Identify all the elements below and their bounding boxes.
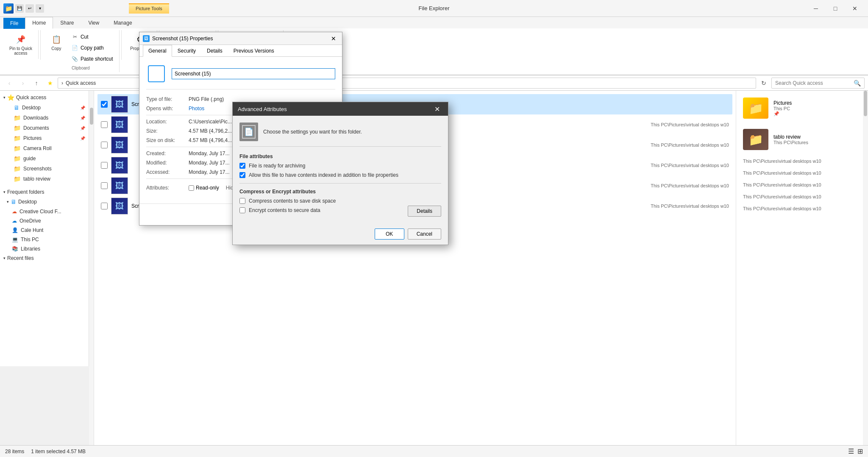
separator-1: [40, 30, 41, 60]
tab-general[interactable]: General: [143, 45, 172, 57]
advanced-attributes-dialog: Advanced Attributes ✕ 📄 Choose the setti…: [232, 102, 448, 245]
pictures-folder-info: Pictures This PC 📌: [773, 100, 792, 117]
type-label: Type of file:: [146, 96, 189, 102]
copy-path-button[interactable]: 📄 Copy path: [69, 43, 116, 53]
readonly-checkbox[interactable]: [189, 185, 194, 191]
tablo-folder-card[interactable]: 📁 tablo review This PC\Pictures: [740, 125, 860, 153]
file-checkbox-12[interactable]: [101, 162, 108, 169]
sidebar-item-cale-hunt[interactable]: 👤 Cale Hunt: [0, 226, 89, 235]
properties-tabs: General Security Details Previous Versio…: [139, 45, 342, 57]
cut-icon: ✂: [71, 33, 79, 41]
cut-button[interactable]: ✂ Cut: [69, 32, 116, 42]
details-button[interactable]: Details: [408, 206, 441, 217]
recent-files-label: Recent files: [7, 255, 34, 261]
save-button[interactable]: 💾: [15, 4, 24, 13]
advanced-header-text: Choose the settings you want for this fo…: [263, 129, 362, 135]
pin-button[interactable]: ★: [44, 77, 56, 89]
tab-home[interactable]: Home: [25, 17, 53, 29]
sidebar-item-tablo[interactable]: 📁 tablo review: [0, 174, 89, 184]
advanced-cancel-button[interactable]: Cancel: [408, 228, 441, 240]
tab-security[interactable]: Security: [172, 45, 201, 57]
downloads-folder-icon: 📁: [14, 114, 21, 121]
search-bar[interactable]: 🔍: [771, 78, 865, 89]
sidebar-item-onedrive[interactable]: ☁ OneDrive: [0, 216, 89, 226]
forward-button[interactable]: ›: [17, 77, 29, 89]
tab-manage[interactable]: Manage: [106, 17, 139, 29]
file-checkbox-11[interactable]: [101, 182, 108, 189]
sidebar-item-libraries[interactable]: 📚 Libraries: [0, 244, 89, 254]
compress-section: Compress contents to save disk space Enc…: [239, 198, 441, 217]
advanced-close-button[interactable]: ✕: [431, 103, 443, 115]
file-checkbox-13[interactable]: [101, 142, 108, 148]
pin-indicator-pictures: 📌: [80, 136, 85, 141]
index-label: Allow this file to have contents indexed…: [249, 172, 398, 178]
sidebar-pictures-label: Pictures: [23, 135, 42, 141]
undo-button[interactable]: ↩: [25, 4, 34, 13]
filename-input[interactable]: [172, 68, 335, 79]
size-label: Size:: [146, 128, 189, 134]
file-attributes-title: File attributes: [239, 153, 441, 159]
compress-checkbox[interactable]: [239, 198, 245, 204]
desktop-folder-icon: 🖥: [14, 104, 19, 111]
refresh-button[interactable]: ↻: [758, 77, 770, 89]
up-button[interactable]: ↑: [31, 77, 42, 89]
sidebar-frequent-folders[interactable]: ▾ Frequent folders: [0, 187, 89, 197]
desktop-section-label: Desktop: [18, 199, 37, 205]
tab-details[interactable]: Details: [201, 45, 228, 57]
advanced-ok-button[interactable]: OK: [375, 228, 404, 240]
properties-dialog-titlebar: 🖼 Screenshot (15) Properties ✕: [139, 32, 342, 45]
sidebar-recent-files[interactable]: ▾ Recent files: [0, 254, 89, 263]
sidebar-desktop-section[interactable]: ▾ 🖥 Desktop: [0, 197, 89, 207]
sidebar-item-desktop[interactable]: 🖥 Desktop 📌: [0, 103, 89, 113]
list-view-button[interactable]: ☰: [848, 447, 854, 455]
file-checkbox-14[interactable]: [101, 121, 108, 128]
search-input[interactable]: [775, 80, 852, 86]
advanced-footer: OK Cancel: [233, 223, 448, 245]
minimize-button[interactable]: ─: [806, 2, 826, 15]
sidebar-item-creative-cloud[interactable]: ☁ Creative Cloud F...: [0, 207, 89, 216]
tab-file[interactable]: File: [3, 18, 25, 29]
archive-checkbox[interactable]: [239, 163, 245, 169]
search-icon[interactable]: 🔍: [854, 80, 861, 86]
file-thumbnail-11: 🖼: [111, 177, 128, 194]
grid-view-button[interactable]: ⊞: [857, 447, 863, 455]
documents-folder-icon: 📁: [14, 125, 21, 131]
file-icon: 🖼: [148, 65, 165, 82]
index-checkbox[interactable]: [239, 172, 245, 178]
file-checkbox-10[interactable]: [101, 203, 108, 209]
back-button[interactable]: ‹: [3, 77, 15, 89]
encrypt-checkbox[interactable]: [239, 207, 245, 213]
copy-button[interactable]: 📋 Copy: [46, 32, 67, 53]
sidebar-item-camera-roll[interactable]: 📁 Camera Roll: [0, 143, 89, 153]
attributes-label: Attributes:: [146, 185, 189, 191]
sidebar-quick-access[interactable]: ▾ ⭐ Quick access: [0, 92, 89, 103]
selected-info: 1 item selected 4.57 MB: [31, 449, 86, 454]
tablo-folder-info: tablo review This PC\Pictures: [773, 134, 808, 145]
tab-view[interactable]: View: [81, 17, 106, 29]
properties-close-button[interactable]: ✕: [328, 33, 339, 44]
right-scrollbar[interactable]: [863, 91, 868, 457]
paste-shortcut-button[interactable]: 📎 Paste shortcut: [69, 54, 116, 64]
sidebar-item-downloads[interactable]: 📁 Downloads 📌: [0, 113, 89, 123]
advanced-header: 📄 Choose the settings you want for this …: [239, 123, 441, 147]
advanced-title: Advanced Attributes: [238, 106, 431, 112]
pictures-folder-card[interactable]: 📁 Pictures This PC 📌: [740, 94, 860, 122]
tab-share[interactable]: Share: [53, 17, 81, 29]
file-checkbox[interactable]: [101, 101, 108, 108]
readonly-label[interactable]: Read-only: [189, 185, 219, 191]
sidebar-item-guide[interactable]: 📁 guide: [0, 153, 89, 164]
view-buttons: ☰ ⊞: [848, 447, 863, 455]
maximize-button[interactable]: □: [826, 2, 845, 15]
customize-qat[interactable]: ▾: [36, 4, 44, 13]
tab-previous-versions[interactable]: Previous Versions: [228, 45, 280, 57]
tablo-folder-path: This PC\Pictures: [773, 140, 808, 145]
sidebar-item-documents[interactable]: 📁 Documents 📌: [0, 123, 89, 133]
sidebar-camera-roll-label: Camera Roll: [23, 145, 52, 151]
pin-quick-access-button[interactable]: 📌 Pin to Quickaccess: [7, 32, 35, 57]
creative-cloud-label: Creative Cloud F...: [19, 209, 61, 215]
sidebar-item-pictures[interactable]: 📁 Pictures 📌: [0, 133, 89, 143]
sidebar-scrollbar[interactable]: [89, 91, 94, 457]
sidebar-item-this-pc[interactable]: 💻 This PC: [0, 235, 89, 244]
close-button[interactable]: ✕: [845, 2, 865, 15]
sidebar-item-screenshots[interactable]: 📁 Screenshots: [0, 164, 89, 174]
